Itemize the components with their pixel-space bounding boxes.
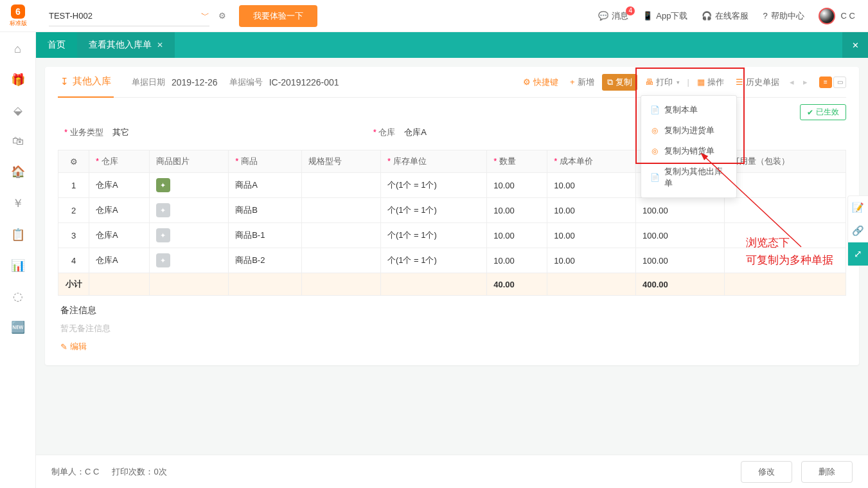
side-new-icon[interactable]: 🆕 (11, 320, 25, 334)
warehouse-value: 仓库A (404, 127, 427, 137)
col-unit: 库存单位 (380, 150, 486, 173)
tb-history[interactable]: ☰历史单据 (732, 75, 783, 90)
tabs-close-all[interactable]: ✕ (842, 32, 868, 58)
gear-icon: ⚙ (523, 77, 531, 87)
delete-button[interactable]: 删除 (801, 461, 853, 483)
biztype-value: 其它 (112, 127, 129, 137)
dropdown-item-icon: 📄 (650, 105, 659, 114)
status-badge: ✔已生效 (800, 104, 846, 120)
copy-icon: ⧉ (607, 77, 613, 87)
print-count-value: 0次 (154, 466, 166, 478)
side-warehouse-icon[interactable]: 🏠 (11, 165, 25, 179)
remark-edit[interactable]: ✎编辑 (60, 341, 844, 352)
table-row[interactable]: 4 仓库A ✦ 商品B-2 个(1个 = 1个) 10.00 10.00 100… (58, 248, 846, 273)
nav-help[interactable]: ?帮助中心 (763, 10, 804, 22)
table-row[interactable]: 3 仓库A ✦ 商品B-1 个(1个 = 1个) 10.00 10.00 100… (58, 223, 846, 248)
message-badge: 4 (626, 6, 635, 15)
table-row[interactable]: 2 仓库A ✦ 商品B 个(1个 = 1个) 10.00 10.00 100.0… (58, 198, 846, 223)
doc-meta: 单据日期 2019-12-26 单据编号 IC-20191226-001 (132, 77, 344, 88)
check-icon: ✔ (807, 108, 813, 117)
col-available: 可用量（包装） (724, 150, 846, 173)
edit-icon: ✎ (60, 342, 67, 352)
tb-ops[interactable]: ▦操作 (693, 75, 728, 90)
logo-icon: 6 (11, 5, 25, 19)
dropdown-item[interactable]: 📄复制为其他出库单 (641, 161, 736, 194)
product-image-icon: ✦ (156, 228, 170, 242)
modify-button[interactable]: 修改 (741, 461, 792, 483)
nav-customer-service[interactable]: 🎧在线客服 (702, 10, 748, 22)
product-image-icon: ✦ (156, 203, 170, 217)
dropdown-item[interactable]: 📄复制本单 (641, 100, 736, 120)
dropdown-item-icon: ◎ (650, 126, 659, 135)
avatar (819, 8, 835, 24)
dropdown-item[interactable]: ◎复制为进货单 (641, 120, 736, 141)
message-icon: 💬 (598, 11, 608, 21)
footer-bar: 制单人： C C 打印次数： 0次 修改 删除 (36, 455, 868, 488)
dock-expand-icon[interactable]: ⤢ (848, 242, 869, 266)
view-grid-icon[interactable]: ▭ (833, 77, 846, 88)
phone-icon: 📱 (642, 11, 653, 21)
nav-app-download[interactable]: 📱App下载 (642, 10, 687, 22)
side-gift-icon[interactable]: 🎁 (11, 73, 25, 87)
logo-sub: 标准版 (10, 19, 27, 28)
nav-messages[interactable]: 💬 消息 4 (598, 10, 628, 22)
dropdown-item-icon: 📄 (650, 173, 659, 182)
side-clipboard-icon[interactable]: 📋 (11, 228, 25, 242)
right-dock: 📝 🔗 ⤢ (847, 195, 868, 266)
dropdown-item-icon: ◎ (650, 147, 659, 156)
tab-home[interactable]: 首页 (36, 32, 77, 58)
headset-icon: 🎧 (702, 11, 712, 21)
remark-empty: 暂无备注信息 (60, 323, 844, 334)
print-count-label: 打印次数： (112, 466, 154, 478)
biztype-label: 业务类型 (64, 127, 103, 137)
org-selector[interactable]: TEST-H002 ﹀ (49, 6, 209, 26)
list-icon: ☰ (736, 77, 743, 87)
close-icon[interactable]: ✕ (157, 41, 163, 50)
tb-shortcut[interactable]: ⚙快捷键 (519, 75, 562, 90)
plus-icon: + (570, 77, 575, 87)
maker-value: C C (85, 467, 99, 476)
doc-icon: ↧ (60, 76, 69, 87)
view-list-icon[interactable]: ≡ (819, 77, 832, 88)
next-icon[interactable]: ▸ (801, 77, 810, 87)
doc-number: IC-20191226-001 (269, 77, 339, 87)
tb-add[interactable]: +新增 (566, 75, 598, 90)
doc-type-tab[interactable]: ↧ 其他入库 (58, 67, 114, 98)
tab-current[interactable]: 查看其他入库单 ✕ (77, 32, 175, 58)
logo[interactable]: 6 标准版 (0, 5, 36, 28)
col-warehouse: 仓库 (89, 150, 150, 173)
print-icon: 🖶 (645, 77, 653, 87)
product-image-icon: ✦ (156, 178, 170, 192)
tb-copy[interactable]: ⧉复制 (602, 74, 637, 91)
side-money-icon[interactable]: ￥ (12, 195, 24, 211)
side-home-icon[interactable]: ⌂ (14, 42, 21, 56)
subtotal-row: 小计40.00400.00 (58, 273, 846, 296)
side-report-icon[interactable]: 📊 (11, 258, 25, 273)
side-inventory-icon[interactable]: ⬙ (13, 104, 22, 118)
col-spec: 规格型号 (301, 150, 380, 173)
prev-icon[interactable]: ◂ (787, 77, 797, 87)
dock-link-icon[interactable]: 🔗 (848, 219, 869, 242)
maker-label: 制单人： (51, 466, 85, 478)
doc-toolbar: ⚙快捷键 +新增 ⧉复制 🖶打印▾ | ▦操作 ☰历史单据 ◂ ▸ ≡ ▭ (519, 74, 846, 91)
col-image: 商品图片 (149, 150, 228, 173)
product-image-icon: ✦ (156, 253, 170, 267)
org-name: TEST-H002 (49, 11, 93, 21)
gear-icon[interactable]: ⚙ (218, 11, 226, 21)
help-icon: ? (763, 11, 767, 21)
col-product: 商品 (229, 150, 301, 173)
dock-note-icon[interactable]: 📝 (848, 196, 869, 219)
remark-title: 备注信息 (60, 305, 844, 316)
dropdown-item[interactable]: ◎复制为销货单 (641, 141, 736, 161)
tb-print[interactable]: 🖶打印▾ (641, 75, 684, 90)
doc-date: 2019-12-26 (172, 77, 218, 87)
sidebar: ⌂ 🎁 ⬙ 🛍 🏠 ￥ 📋 📊 ◌ 🆕 (0, 32, 36, 488)
grid-icon: ▦ (697, 77, 705, 87)
col-gear[interactable]: ⚙ (58, 150, 89, 173)
nav-user[interactable]: C C (819, 8, 855, 24)
col-price: 成本单价 (547, 150, 636, 173)
side-bag-icon[interactable]: 🛍 (12, 134, 24, 148)
page-tabs: 首页 查看其他入库单 ✕ ✕ (36, 32, 868, 58)
side-cycle-icon[interactable]: ◌ (13, 289, 23, 303)
try-button[interactable]: 我要体验一下 (239, 5, 317, 27)
